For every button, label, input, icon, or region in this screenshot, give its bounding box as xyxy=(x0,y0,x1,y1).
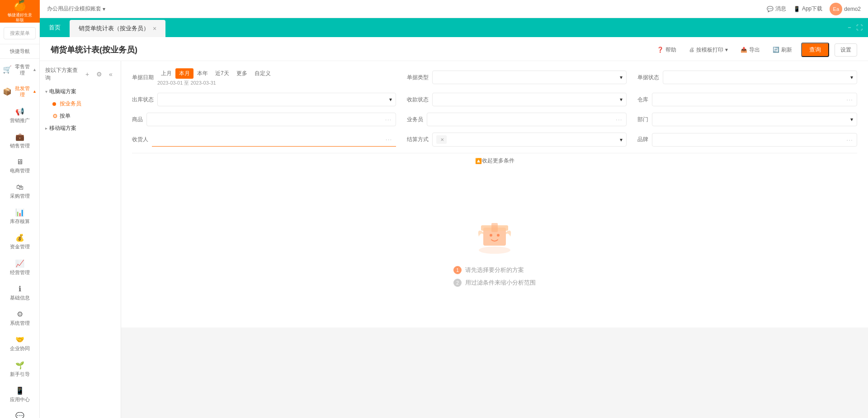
out-status-control[interactable]: ▾ xyxy=(157,93,396,106)
sidebar-item-finance[interactable]: 💰 资金管理 xyxy=(0,229,39,254)
tab-close-button[interactable]: × xyxy=(153,25,156,32)
refresh-button[interactable]: 🔄 刷新 xyxy=(769,44,796,56)
payment-tag: × xyxy=(436,135,447,144)
order-status-control[interactable]: ▾ xyxy=(663,71,857,84)
sidebar-item-newbie[interactable]: 🌱 新手引导 xyxy=(0,356,39,382)
page-title: 销货单统计表(按业务员) xyxy=(51,44,137,55)
sidebar-item-app-center[interactable]: 📱 应用中心 xyxy=(0,382,39,407)
date-tab-this-month[interactable]: 本月 xyxy=(175,68,193,79)
query-button[interactable]: 查询 xyxy=(801,43,829,57)
logo[interactable]: 🍊 畅捷通好生意 标版 xyxy=(0,0,40,23)
tree-item-mobile-label: 移动端方案 xyxy=(49,124,76,132)
date-tabs: 上月 本月 本年 近7天 更多 自定义 xyxy=(157,68,392,79)
message-button[interactable]: 💬 消息 xyxy=(767,5,786,13)
settings-button[interactable]: 设置 xyxy=(835,43,857,57)
export-icon: 📤 xyxy=(741,47,747,53)
help-button[interactable]: ❓ 帮助 xyxy=(653,44,680,56)
date-tab-custom[interactable]: 自定义 xyxy=(251,68,274,79)
export-button[interactable]: 📤 导出 xyxy=(737,44,764,56)
department-control[interactable]: ▾ xyxy=(652,113,857,126)
tree-item-desktop-label: 电脑端方案 xyxy=(49,88,76,95)
tree-expand-arrow: ▾ xyxy=(45,89,47,94)
search-menu-button[interactable]: 搜索菜单 xyxy=(4,27,36,39)
logo-text: 畅捷通好生意 标版 xyxy=(8,13,32,23)
order-status-label: 单据状态 xyxy=(637,74,659,81)
sidebar-item-system[interactable]: ⚙ 系统管理 xyxy=(0,305,39,331)
company-dropdown[interactable]: 办公用品行业模拟账套 ▾ xyxy=(47,5,105,13)
app-download-button[interactable]: 📱 App下载 xyxy=(793,5,822,13)
add-scheme-button[interactable]: + xyxy=(83,70,92,79)
tree-mobile-arrow: ▸ xyxy=(45,126,47,131)
sidebar-item-wechat[interactable]: 💬 企业微信 xyxy=(0,407,39,418)
sidebar-item-wholesale[interactable]: 📦 批发管理 ▲ xyxy=(0,81,39,103)
tree-item-desktop[interactable]: ▾ 电脑端方案 xyxy=(40,86,121,98)
inventory-label: 库存核算 xyxy=(10,218,30,224)
wechat-icon: 💬 xyxy=(15,412,24,418)
date-tab-more[interactable]: 更多 xyxy=(233,68,251,79)
warehouse-control[interactable]: ··· xyxy=(652,93,857,106)
date-tab-last-month[interactable]: 上月 xyxy=(157,68,175,79)
order-type-label: 单据类型 xyxy=(407,74,429,81)
date-tab-this-year[interactable]: 本年 xyxy=(193,68,212,79)
tab-current[interactable]: 销货单统计表（按业务员） × xyxy=(70,20,165,37)
tree-item-salesperson[interactable]: 按业务员 xyxy=(40,98,121,110)
order-type-control[interactable]: ▾ xyxy=(432,71,627,84)
filter-receive-status-item: 收款状态 ▾ xyxy=(407,93,627,106)
settings-scheme-button[interactable]: ⚙ xyxy=(94,70,104,79)
sidebar-item-ecommerce[interactable]: 🖥 电商管理 xyxy=(0,153,39,178)
sidebar-item-sales[interactable]: 💼 销售管理 xyxy=(0,128,39,153)
finance-label: 资金管理 xyxy=(10,243,30,250)
left-panel-header: 按以下方案查询 + ⚙ « xyxy=(40,66,121,86)
top-header: 办公用品行业模拟账套 ▾ 💬 消息 📱 App下载 Ea demo2 xyxy=(40,0,868,18)
empty-step-1: 1 请先选择要分析的方案 xyxy=(453,266,536,274)
collapse-button[interactable]: 🔼 收起更多条件 xyxy=(132,153,857,168)
payment-tag-close[interactable]: × xyxy=(441,136,444,143)
sidebar-item-enterprise[interactable]: 🤝 企业协同 xyxy=(0,331,39,356)
purchase-icon: 🛍 xyxy=(16,183,24,191)
print-arrow: ▾ xyxy=(725,47,728,53)
tab-minimize-icon[interactable]: － xyxy=(846,24,853,32)
refresh-icon: 🔄 xyxy=(773,47,779,53)
salesperson-control[interactable]: ··· xyxy=(427,113,627,126)
goods-control[interactable]: ··· xyxy=(146,113,396,126)
salesperson-dots: ··· xyxy=(616,116,623,123)
template-print-button[interactable]: 🖨 按模板打印 ▾ xyxy=(685,44,731,56)
filter-date-item: 单据日期 上月 本月 本年 近7天 更多 自定义 20 xyxy=(132,68,396,86)
enterprise-label: 企业协同 xyxy=(10,345,30,352)
receiver-control[interactable]: ··· xyxy=(152,133,396,147)
empty-state: 1 请先选择要分析的方案 2 用过滤条件来缩小分析范围 xyxy=(121,176,868,328)
date-range-text: 2023-03-01 至 2023-03-31 xyxy=(157,80,396,86)
brand-label: 品牌 xyxy=(637,136,648,143)
user-avatar: Ea xyxy=(830,3,842,15)
sidebar-item-purchase[interactable]: 🛍 采购管理 xyxy=(0,179,39,204)
search-menu-section: 搜索菜单 xyxy=(0,23,39,44)
quick-nav-button[interactable]: 快捷导航 xyxy=(0,44,39,59)
sidebar-item-retail[interactable]: 🛒 零售管理 ▲ xyxy=(0,59,39,81)
management-icon: 📈 xyxy=(15,259,24,268)
sidebar-item-marketing[interactable]: 📢 营销推广 xyxy=(0,103,39,128)
tab-home[interactable]: 首页 xyxy=(40,18,70,37)
empty-steps: 1 请先选择要分析的方案 2 用过滤条件来缩小分析范围 xyxy=(453,266,536,291)
filter-order-type-item: 单据类型 ▾ xyxy=(407,71,627,84)
date-tab-last-7[interactable]: 近7天 xyxy=(212,68,233,79)
receive-status-control[interactable]: ▾ xyxy=(432,93,627,106)
tab-bar: 首页 销货单统计表（按业务员） × － ⛶ xyxy=(40,18,868,37)
company-name: 办公用品行业模拟账套 xyxy=(47,5,101,13)
enterprise-icon: 🤝 xyxy=(15,335,24,344)
filter-salesperson-item: 业务员 ··· xyxy=(407,113,627,126)
sidebar-item-basic-info[interactable]: ℹ 基础信息 xyxy=(0,280,39,305)
print-icon: 🖨 xyxy=(689,47,694,53)
receiver-label: 收货人 xyxy=(132,136,148,143)
tree-item-mobile[interactable]: ▸ 移动端方案 xyxy=(40,122,121,134)
filter-goods-item: 商品 ··· xyxy=(132,113,396,126)
svg-point-4 xyxy=(490,234,492,237)
payment-control[interactable]: × ▾ xyxy=(432,133,627,147)
brand-control[interactable]: ··· xyxy=(652,133,857,147)
tree-item-order[interactable]: ⚙ 按单 xyxy=(40,110,121,122)
step-2-text: 用过滤条件来缩小分析范围 xyxy=(465,279,536,287)
sidebar-item-inventory[interactable]: 📊 库存核算 xyxy=(0,204,39,229)
user-avatar-section[interactable]: Ea demo2 xyxy=(830,3,861,15)
tab-maximize-icon[interactable]: ⛶ xyxy=(856,24,863,31)
sidebar-item-management[interactable]: 📈 经营管理 xyxy=(0,255,39,280)
collapse-panel-button[interactable]: « xyxy=(106,70,115,79)
